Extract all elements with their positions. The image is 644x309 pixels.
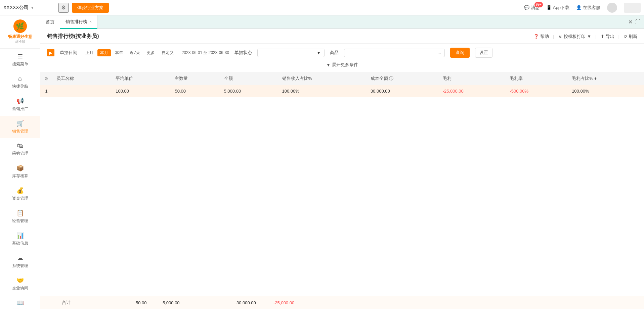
sidebar-label-collab: 企业协同 [12,286,28,291]
tab-sales-rank[interactable]: 销售排行榜 × [60,15,97,29]
goods-label: 商品 [330,50,339,56]
footer-cost: 30,000.00 [232,300,269,305]
sidebar-item-finance[interactable]: 💰 资金管理 [0,183,40,205]
table-footer: 合计 50.00 5,000.00 30,000.00 -25,000.00 [40,296,644,309]
sidebar-label-basic: 基础信息 [12,241,28,246]
sidebar-item-search[interactable]: ☰ 搜索菜单 [0,49,40,71]
gear-button[interactable]: ⚙ [58,3,69,13]
page-title: 销售排行榜(按业务员) [47,33,99,40]
help-button[interactable]: ❓ 帮助 [533,34,549,40]
message-badge: 99+ [534,2,543,7]
table-row: 1 100.00 50.00 5,000.00 100.00% 30,000.0… [40,85,644,97]
tab-bar-right: ✕ ⛶ [628,19,644,25]
col-sales-pct: 销售收入占比% [278,72,367,85]
sidebar-item-collab[interactable]: 🤝 企业协同 [0,273,40,295]
print-icon: 🖨 [558,34,562,39]
company-selector[interactable]: XXXXX公司 ▼ [3,5,57,11]
sidebar-label-operations: 经营管理 [12,218,28,224]
row-index: 1 [40,85,52,97]
sidebar-item-sales[interactable]: 🛒 销售管理 [0,116,40,138]
table-container: ⚙ 员工名称 平均单价 主数量 全额 销售收入占比% 成本全额 ⓘ 毛利 毛利率… [40,72,644,296]
online-service-label: 在线客服 [583,5,600,11]
tab-maximize-btn[interactable]: ⛶ [635,19,641,25]
export-icon: ⬆ [601,34,604,39]
sales-icon: 🛒 [16,120,24,127]
filter-toggle-btn[interactable]: ▶ [47,49,54,56]
finance-icon: 💰 [16,187,24,194]
app-icon: 📱 [546,5,552,10]
online-service-item[interactable]: 👤 在线客服 [576,5,600,11]
col-amount: 全额 [220,72,278,85]
status-select[interactable]: ▼ [257,49,325,57]
sidebar-item-purchase[interactable]: 🛍 采购管理 [0,138,40,160]
filter-bar: ▶ 单据日期 上月 本月 本年 近7天 更多 自定义 2023-06-01 至 … [40,44,644,72]
status-label: 单据状态 [234,50,252,56]
date-tab-7days[interactable]: 近7天 [127,49,143,56]
newbie-icon: 📖 [16,299,24,307]
sidebar-item-basic[interactable]: 📊 基础信息 [0,228,40,250]
row-avg-price: 100.00 [112,85,171,97]
tab-bar: 首页 销售排行榜 × ✕ ⛶ [40,15,644,29]
export-button[interactable]: ⬆ 导出 [601,34,614,40]
page-header: 销售排行榜(按业务员) ❓ 帮助 | 🖨 按模板打印 ▼ | ⬆ [40,29,644,44]
trial-button[interactable]: 体验行业方案 [72,3,109,13]
query-button[interactable]: 查询 [450,48,470,58]
sidebar-label-quick: 快捷导航 [12,84,28,89]
row-qty: 50.00 [171,85,220,97]
print-button[interactable]: 🖨 按模板打印 ▼ [558,34,591,40]
sidebar-label-purchase: 采购管理 [12,151,28,156]
print-chevron-icon: ▼ [587,34,591,39]
sidebar: 🌿 畅康通好生意 标准版 ☰ 搜索菜单 ⌂ 快捷导航 📢 营销推广 🛒 销售管理… [0,15,40,309]
message-icon: 💬 [524,5,529,10]
app-download-item[interactable]: 📱 App下载 [546,5,569,11]
col-settings[interactable]: ⚙ [40,72,52,85]
date-tab-last-month[interactable]: 上月 [83,49,96,56]
settings-button[interactable]: 设置 [475,48,492,58]
logo-text: 畅康通好生意 [8,34,32,40]
goods-input[interactable]: ··· [344,49,445,57]
col-gross-rate: 毛利率 [506,72,568,85]
page-content: 销售排行榜(按业务员) ❓ 帮助 | 🖨 按模板打印 ▼ | ⬆ [40,29,644,309]
sidebar-item-marketing[interactable]: 📢 营销推广 [0,93,40,116]
tab-close-icon[interactable]: × [89,19,92,24]
logo-sub: 标准版 [15,40,25,44]
row-sales-pct: 100.00% [278,85,367,97]
home-icon: ⌂ [18,75,22,82]
refresh-button[interactable]: ↺ 刷新 [624,34,637,40]
col-qty: 主数量 [171,72,220,85]
expand-icon: ▼ [326,62,331,67]
date-tab-custom[interactable]: 自定义 [159,49,176,56]
date-tab-more[interactable]: 更多 [144,49,158,56]
message-item[interactable]: 💬 消息 99+ [524,5,540,11]
sidebar-item-system[interactable]: ☁ 系统管理 [0,250,40,273]
date-range: 2023-06-01 至 2023-06-30 [182,50,229,56]
col-gross: 毛利 [439,72,506,85]
expand-label: 展开更多条件 [332,62,358,68]
inventory-icon: 📦 [16,164,24,172]
avatar[interactable] [607,3,617,13]
footer-total-label: 合计 [58,300,98,306]
sales-rank-table: ⚙ 员工名称 平均单价 主数量 全额 销售收入占比% 成本全额 ⓘ 毛利 毛利率… [40,72,644,97]
date-tab-this-year[interactable]: 本年 [112,49,126,56]
tab-home[interactable]: 首页 [40,15,60,29]
marketing-icon: 📢 [16,97,24,105]
sidebar-item-operations[interactable]: 📋 经营管理 [0,205,40,228]
basic-icon: 📊 [16,232,24,239]
collab-icon: 🤝 [16,277,24,284]
row-name [52,85,112,97]
col-gross-pct: 毛利占比% ♦ [568,72,644,85]
expand-btn[interactable]: ▼ 展开更多条件 [47,60,637,69]
system-icon: ☁ [17,254,23,262]
sidebar-item-newbie[interactable]: 📖 新手引导 [0,295,40,309]
top-header: XXXXX公司 ▼ ⚙ 体验行业方案 💬 消息 99+ 📱 App下载 👤 在线… [0,0,644,15]
refresh-icon: ↺ [624,34,627,39]
row-gross-pct: 100.00% [568,85,644,97]
sidebar-label-marketing: 营销推广 [12,106,28,112]
sidebar-item-quick[interactable]: ⌂ 快捷导航 [0,71,40,93]
date-tab-this-month[interactable]: 本月 [97,49,111,56]
avatar-name[interactable] [624,3,641,13]
sidebar-item-inventory[interactable]: 📦 库存核算 [0,160,40,183]
col-name: 员工名称 [52,72,112,85]
company-name: XXXXX公司 [3,5,29,11]
tab-close-window-btn[interactable]: ✕ [628,19,633,25]
